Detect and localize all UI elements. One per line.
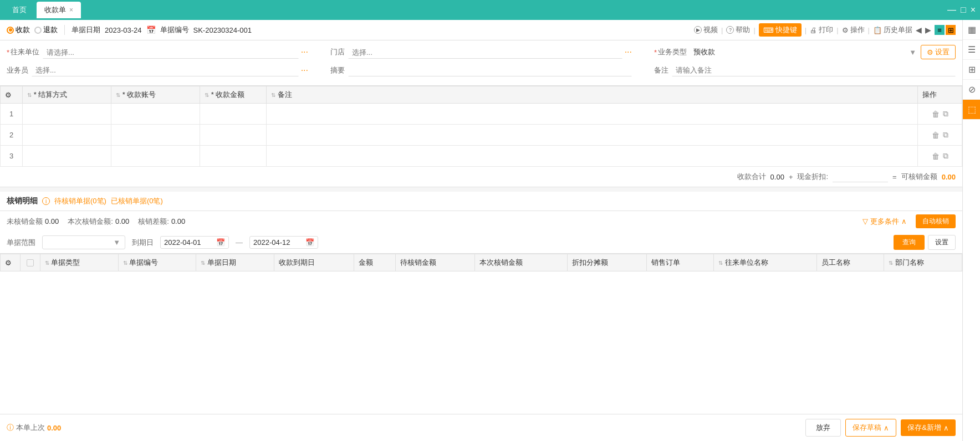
row-num-1: 1 [1,104,23,125]
counterpart-input[interactable] [43,46,299,59]
btcol-dept: ⇅ 部门名称 [884,254,962,271]
nav-next-btn[interactable]: ▶ [925,25,931,34]
video-btn[interactable]: ▶ 视频 [694,25,718,35]
query-btn[interactable]: 查询 [894,235,925,250]
row-3-remark[interactable] [267,146,918,167]
grid-view-btn[interactable]: ⊞ [946,25,956,35]
refund-radio-circle [34,27,42,34]
row-2-delete-icon[interactable]: 🗑 [932,131,940,140]
pending-tag[interactable]: 待核销单据(0笔) [54,196,106,206]
help-btn[interactable]: ? 帮助 [726,25,750,35]
sort-docnum-icon[interactable]: ⇅ [123,260,127,266]
nav-prev-btn[interactable]: ◀ [916,25,922,34]
unchecked-value: 0.00 [45,217,59,225]
print-btn[interactable]: 🖨 打印 [810,25,833,35]
row-1-amount[interactable] [200,104,267,125]
form-area: * 往来单位 ··· 门店 ··· * 业务类型 预收款 [0,40,962,86]
row-2-account[interactable] [111,125,200,146]
table-settings-icon[interactable]: ⚙ [5,91,12,99]
save-draft-btn[interactable]: 保存草稿 ∧ [845,419,896,437]
row-3-delete-icon[interactable]: 🗑 [932,152,940,161]
staff-more-icon[interactable]: ··· [301,65,308,75]
range-select[interactable]: ▼ [42,235,125,249]
sort-icon-settlement[interactable]: ⇅ [27,92,32,98]
plus-sign: + [789,173,793,181]
sort-icon-remark[interactable]: ⇅ [271,92,275,98]
settings-btn[interactable]: ⚙ 设置 [921,45,956,59]
date-from-calendar-icon[interactable]: 📅 [216,238,225,247]
sidebar-expand-icon[interactable]: ⬚ [963,100,980,120]
save-new-arrow-icon: ∧ [943,424,949,432]
sidebar-table-icon[interactable]: ▦ [963,20,980,40]
row-3-amount[interactable] [200,146,267,167]
info-icon: ⓘ [7,423,14,433]
row-2-remark[interactable] [267,125,918,146]
verification-info-icon[interactable]: i [42,197,50,205]
calendar-icon[interactable]: 📅 [146,25,156,34]
date-to-field: 📅 [249,236,318,249]
sidebar-link-icon[interactable]: ⊘ [963,80,980,100]
summary-input[interactable] [348,64,632,76]
row-2-copy-icon[interactable]: ⧉ [943,130,948,140]
row-1-copy-icon[interactable]: ⧉ [943,109,948,119]
refund-radio[interactable]: 退款 [34,25,58,35]
abandon-btn[interactable]: 放弃 [805,419,841,437]
date-from-field: 📅 [160,236,229,249]
shortcut-btn[interactable]: ⌨ 快捷键 [759,23,802,37]
this-doc-value: 0.00 [47,424,61,432]
sort-doctype-icon[interactable]: ⇅ [45,260,49,266]
btcol-pending-label: 待核销金额 [400,258,436,266]
discount-input[interactable] [833,171,888,182]
window-max-icon[interactable]: □ [961,5,966,15]
row-2-amount[interactable] [200,125,267,146]
row-1-settlement[interactable] [23,104,111,125]
date-to-input[interactable] [253,238,303,247]
col-account: ⇅ * 收款账号 [111,86,200,104]
receipt-radio[interactable]: 收款 [7,25,30,35]
sort-counterpart-icon[interactable]: ⇅ [718,260,723,266]
store-field: 门店 ··· [330,46,632,59]
row-1-delete-icon[interactable]: 🗑 [932,110,940,119]
operation-btn[interactable]: ⚙ 操作 [842,25,865,35]
row-3-settlement[interactable] [23,146,111,167]
done-tag[interactable]: 已核销单据(0笔) [111,196,163,206]
history-btn[interactable]: 📋 历史单据 [873,25,912,35]
list-view-btn[interactable]: ≡ [935,25,945,35]
more-conditions-btn[interactable]: ▽ 更多条件 ∧ [862,217,907,227]
bt-settings-icon[interactable]: ⚙ [5,259,12,267]
row-1-remark[interactable] [267,104,918,125]
window-close-icon[interactable]: × [971,5,976,15]
auto-verify-btn[interactable]: 自动核销 [916,214,956,228]
available-value: 0.00 [942,173,956,181]
tab-close-icon[interactable]: × [69,6,73,14]
sort-icon-account[interactable]: ⇅ [116,92,120,98]
row-2-settlement[interactable] [23,125,111,146]
btcol-current-label: 本次核销金额 [479,258,523,266]
tab-active[interactable]: 收款单 × [37,2,81,18]
set-btn[interactable]: 设置 [928,235,956,250]
col-amount: ⇅ * 收款金额 [200,86,267,104]
row-3-account[interactable] [111,146,200,167]
store-more-icon[interactable]: ··· [625,47,632,57]
sidebar-list-icon[interactable]: ☰ [963,40,980,60]
sort-icon-amount[interactable]: ⇅ [205,92,209,98]
row-1-account[interactable] [111,104,200,125]
tab-home[interactable]: 首页 [4,2,34,18]
select-all-checkbox[interactable] [27,259,34,266]
row-3-copy-icon[interactable]: ⧉ [943,151,948,161]
biz-type-arrow-icon[interactable]: ▼ [909,48,916,57]
biz-type-field: * 业务类型 预收款 ▼ ⚙ 设置 [654,45,956,59]
staff-input[interactable] [32,64,299,76]
btcol-duedate: 收款到期日 [274,254,354,271]
video-label: 视频 [703,25,718,35]
date-from-input[interactable] [164,238,214,247]
sort-docdate-icon[interactable]: ⇅ [201,260,205,266]
sort-dept-icon[interactable]: ⇅ [889,260,893,266]
save-new-btn[interactable]: 保存&新增 ∧ [901,419,956,436]
store-input[interactable] [348,46,622,59]
sidebar-block-icon[interactable]: ⊞ [963,60,980,80]
date-to-calendar-icon[interactable]: 📅 [305,238,314,247]
remark-input[interactable] [672,64,956,76]
window-min-icon[interactable]: — [947,5,956,15]
counterpart-more-icon[interactable]: ··· [301,47,308,57]
